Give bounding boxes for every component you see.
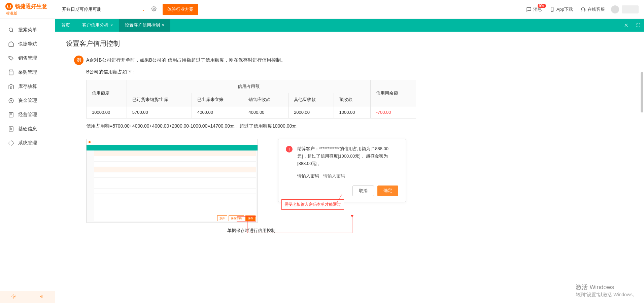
mobile-icon bbox=[549, 7, 555, 12]
edition-label: 标准版 bbox=[6, 11, 17, 16]
dropdown-label: 开账日期可停用可删 bbox=[62, 6, 101, 12]
account-period-dropdown[interactable]: 开账日期可停用可删 ⌄ bbox=[62, 6, 145, 12]
logo-area: 畅捷通好生意 标准版 bbox=[5, 3, 55, 16]
svg-rect-3 bbox=[581, 9, 582, 11]
messages-button[interactable]: 消息 99+ bbox=[526, 6, 542, 12]
app-header: 畅捷通好生意 标准版 开账日期可停用可删 ⌄ 体验行业方案 消息 99+ App… bbox=[0, 0, 644, 19]
app-download-button[interactable]: App下载 bbox=[549, 6, 573, 12]
brand-mark-icon bbox=[5, 3, 13, 10]
online-service-button[interactable]: 在线客服 bbox=[580, 6, 605, 12]
user-name-placeholder[interactable] bbox=[622, 5, 639, 13]
svg-point-0 bbox=[153, 8, 155, 9]
brand-logo[interactable]: 畅捷通好生意 bbox=[5, 3, 47, 10]
messages-badge: 99+ bbox=[538, 4, 546, 8]
brand-name: 畅捷通好生意 bbox=[15, 3, 47, 10]
message-icon bbox=[526, 7, 532, 12]
app-download-label: App下载 bbox=[556, 6, 573, 12]
experience-plan-button[interactable]: 体验行业方案 bbox=[163, 4, 198, 15]
settings-button[interactable] bbox=[151, 6, 157, 12]
chevron-down-icon: ⌄ bbox=[142, 7, 145, 12]
gear-icon bbox=[151, 6, 157, 11]
headset-icon bbox=[580, 7, 586, 12]
online-service-label: 在线客服 bbox=[587, 6, 605, 12]
svg-rect-1 bbox=[551, 7, 553, 11]
user-avatar[interactable] bbox=[611, 5, 619, 13]
